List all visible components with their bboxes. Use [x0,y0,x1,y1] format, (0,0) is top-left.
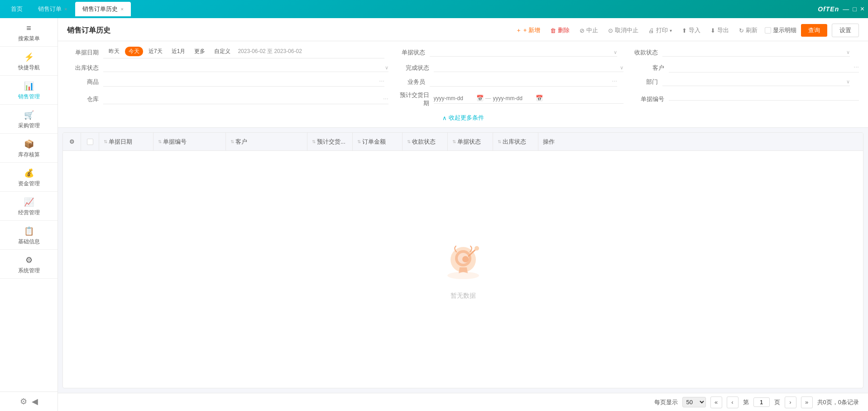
complete-status-filter-label: 完成状态 [398,64,434,72]
delivery-date-start-input[interactable] [434,95,475,102]
stop-icon: ⊘ [580,27,585,34]
customer-dots-icon[interactable]: ··· [854,63,859,70]
window-close-icon[interactable]: × [860,5,864,13]
custom-btn[interactable]: 自定义 [211,47,234,56]
salesperson-dots-icon[interactable]: ··· [612,77,617,84]
query-button[interactable]: 查询 [801,24,827,37]
empty-state: 暂无数据 [63,151,863,388]
sidebar-item-search-label: 搜索菜单 [18,35,40,43]
export-button[interactable]: ⬇ 导出 [708,24,732,36]
sidebar-collapse-icon[interactable]: ◀ [32,396,38,406]
delivery-date-filter-label: 预计交货日期 [398,91,434,107]
prev-page-icon: ‹ [731,399,733,406]
tab-sales-order-history-label: 销售订单历史 [82,5,118,13]
sidebar-item-purchase[interactable]: 🛒 采购管理 [0,105,58,134]
purchase-icon: 🛒 [24,110,34,120]
delivery-date-end-calendar-icon[interactable]: 📅 [536,95,543,102]
sidebar-item-search[interactable]: ≡ 搜索菜单 [0,18,58,47]
doc-number-filter-field [669,98,859,101]
tab-sales-order[interactable]: 销售订单 × [31,2,74,16]
page-size-label: 每页显示 [654,398,678,406]
delete-button[interactable]: 🗑 删除 [547,24,572,36]
delivery-date-start-calendar-icon[interactable]: 📅 [476,95,484,102]
minimize-icon[interactable]: — [843,5,849,13]
th-amount-label: 订单金额 [362,138,386,146]
department-select[interactable]: ∨ [662,78,850,86]
sales-icon: 📊 [24,81,34,91]
sidebar-item-inventory[interactable]: 📦 库存核算 [0,134,58,163]
th-delivery-status: ⇅ 出库状态 [493,133,538,150]
sidebar-settings-icon[interactable]: ⚙ [20,396,27,406]
select-all-checkbox[interactable] [87,139,93,145]
th-date-sort-icon[interactable]: ⇅ [104,139,107,144]
stop-button[interactable]: ⊘ 中止 [577,24,601,36]
more-btn[interactable]: 更多 [191,47,209,56]
product-filter-label: 商品 [67,78,103,86]
next-page-button[interactable]: › [785,396,796,408]
sidebar-item-system-label: 系统管理 [18,267,40,275]
close-history-tab-icon[interactable]: × [120,6,123,12]
th-delivery-sort-icon[interactable]: ⇅ [312,139,316,144]
tab-home[interactable]: 首页 [4,2,30,16]
th-order-sort-icon[interactable]: ⇅ [452,139,456,144]
page-of-label: 页 [774,398,780,406]
outbound-status-select[interactable]: ∨ [103,64,388,72]
toolbar: ＋ + 新增 🗑 删除 ⊘ 中止 ⊙ 取消中止 🖨 打印 [513,24,859,37]
print-arrow-icon: ▾ [670,28,672,33]
settings-button[interactable]: 设置 [832,24,859,37]
th-num-sort-icon[interactable]: ⇅ [158,139,162,144]
collapse-label: 收起更多条件 [449,114,484,122]
delivery-date-separator: — [485,95,491,102]
import-label: 导入 [689,26,700,34]
show-detail-checkbox[interactable]: 显示明细 [765,26,796,34]
th-customer-sort-icon[interactable]: ⇅ [230,139,234,144]
warehouse-filter-field: ··· [103,95,388,104]
payment-status-select[interactable]: ∨ [662,48,850,57]
last-page-button[interactable]: » [801,396,813,408]
current-page-input[interactable] [753,397,770,407]
th-action-label: 操作 [543,138,555,146]
today-btn[interactable]: 今天 [125,47,143,56]
th-settings[interactable]: ⚙ [63,133,81,150]
last7days-btn[interactable]: 近7天 [145,47,166,56]
sidebar-item-quick-nav[interactable]: ⚡ 快捷导航 [0,47,58,76]
filter-row-4: 仓库 ··· 预计交货日期 📅 — 📅 单据编号 [67,91,859,107]
show-detail-checkbox-input[interactable] [765,27,771,34]
product-dots-icon[interactable]: ··· [379,77,384,84]
last1month-btn[interactable]: 近1月 [168,47,189,56]
sidebar-item-base-info[interactable]: 📋 基础信息 [0,221,58,250]
delivery-date-end-input[interactable] [493,95,534,102]
page-size-select[interactable]: 50 10 20 100 [682,397,706,407]
cancel-stop-button[interactable]: ⊙ 取消中止 [605,24,641,36]
sidebar-item-finance[interactable]: 💰 资金管理 [0,163,58,192]
warehouse-dots-icon[interactable]: ··· [383,95,388,102]
tab-sales-order-history[interactable]: 销售订单历史 × [75,2,130,16]
first-page-icon: « [715,399,718,406]
tab-bar: 首页 销售订单 × 销售订单历史 × [4,2,818,16]
refresh-button[interactable]: ↻ 刷新 [736,24,760,36]
th-amount-sort-icon[interactable]: ⇅ [357,139,361,144]
new-button[interactable]: ＋ + 新增 [513,24,543,36]
delete-icon: 🗑 [550,27,556,34]
prev-page-button[interactable]: ‹ [727,396,739,408]
sidebar-item-system[interactable]: ⚙ 系统管理 [0,250,58,279]
maximize-icon[interactable]: □ [853,5,856,13]
yesterday-btn[interactable]: 昨天 [105,47,123,56]
new-label: + 新增 [523,26,540,34]
th-check[interactable] [81,133,99,150]
first-page-button[interactable]: « [710,396,722,408]
th-delivery-status-sort-icon[interactable]: ⇅ [498,139,501,144]
sidebar-item-sales[interactable]: 📊 销售管理 [0,76,58,105]
collapse-more-conditions[interactable]: ∧ 收起更多条件 [67,112,859,122]
complete-status-select[interactable]: ∨ [434,64,624,72]
import-button[interactable]: ⬆ 导入 [679,24,703,36]
sidebar-item-operations[interactable]: 📈 经营管理 [0,192,58,221]
cancel-stop-label: 取消中止 [615,26,638,34]
print-button[interactable]: 🖨 打印 ▾ [646,24,675,36]
order-status-select[interactable]: ∨ [430,48,617,57]
department-arrow-icon: ∨ [846,79,850,85]
th-payment-sort-icon[interactable]: ⇅ [407,139,411,144]
customer-filter-field: ··· [669,63,859,73]
close-sales-order-tab-icon[interactable]: × [64,6,67,12]
export-icon: ⬇ [710,27,715,34]
